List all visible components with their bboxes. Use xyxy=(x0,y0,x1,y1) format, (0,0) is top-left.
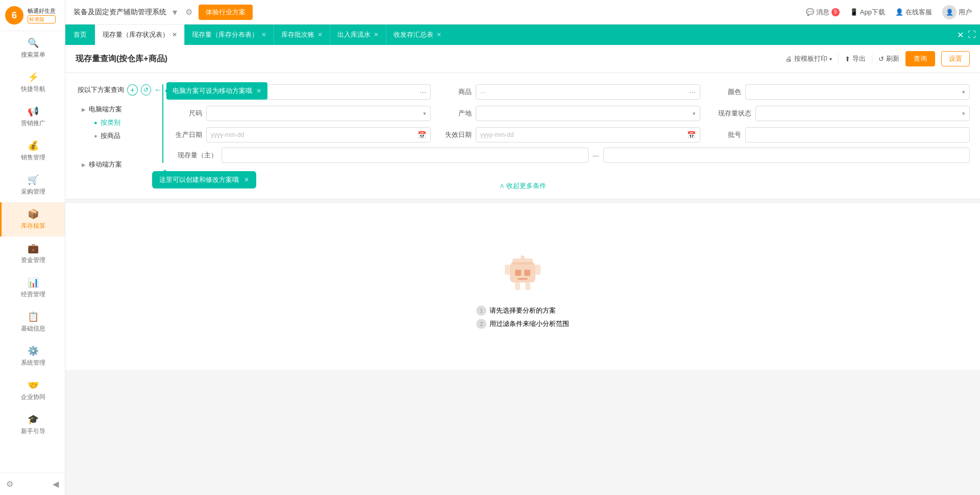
inventory-icon: 📦 xyxy=(28,208,39,220)
settings-gear-icon[interactable]: ⚙ xyxy=(185,7,192,17)
tab-fullscreen-icon[interactable]: ⛶ xyxy=(968,30,976,39)
step2-text: 用过滤条件来缩小分析范围 xyxy=(489,319,569,328)
tooltip-close-btn[interactable]: ✕ xyxy=(256,87,261,95)
tab-close-icon[interactable]: ✕ xyxy=(374,31,379,38)
add-scheme-btn[interactable]: + xyxy=(127,84,138,96)
export-icon: ⬆ xyxy=(845,55,850,63)
settings-btn[interactable]: ⚙ xyxy=(6,479,13,489)
sidebar-item-label: 搜索菜单 xyxy=(21,51,45,59)
app-download-btn[interactable]: 📱 App下载 xyxy=(850,8,885,17)
sidebar-footer: ⚙ ◀ xyxy=(0,473,65,495)
online-support-btn[interactable]: 👤 在线客服 xyxy=(895,8,932,17)
sidebar-item-sales[interactable]: 💰 销售管理 xyxy=(0,134,65,168)
user-menu[interactable]: 👤 用户 xyxy=(942,5,972,19)
sidebar-item-finance[interactable]: 💼 资金管理 xyxy=(0,237,65,271)
size-select[interactable]: ▾ xyxy=(206,106,431,121)
scheme-child-1[interactable]: ● 按类别 xyxy=(78,116,162,129)
tab-home[interactable]: 首页 xyxy=(65,25,95,45)
top-header: 装备及固定资产辅助管理系统 ▾ ⚙ 体验行业方案 💬 消息 9 📱 App下载 … xyxy=(65,0,980,25)
svg-rect-5 xyxy=(521,255,525,260)
tab-label: 现存量（库存状况表） xyxy=(103,30,169,39)
product-select[interactable]: ··· ⋯ xyxy=(476,84,700,100)
sidebar-item-enterprise[interactable]: 🤝 企业协同 xyxy=(0,373,65,408)
stock-status-select[interactable]: ▾ xyxy=(755,106,970,121)
scheme-mobile-node[interactable]: ▶ 移动端方案 xyxy=(78,158,162,171)
messages-btn[interactable]: 💬 消息 9 xyxy=(806,8,840,17)
filter-field-product: 商品 ··· ⋯ xyxy=(441,84,700,100)
tab-inventory-batch[interactable]: 库存批次账 ✕ xyxy=(274,25,330,45)
collapse-sidebar-btn[interactable]: ◀ xyxy=(53,479,59,489)
sidebar-item-inventory[interactable]: 📦 库存核算 xyxy=(0,202,65,237)
sidebar-item-basic[interactable]: 📋 基础信息 xyxy=(0,305,65,339)
template-print-btn[interactable]: 🖨 按模板打印 ▾ xyxy=(786,54,832,63)
sidebar-item-guide[interactable]: 🎓 新手引导 xyxy=(0,408,65,442)
expire-date-input[interactable]: yyyy-mm-dd 📅 xyxy=(476,127,700,143)
step1-text: 请先选择要分析的方案 xyxy=(489,306,556,315)
tab-label: 出入库流水 xyxy=(337,30,371,39)
sidebar-item-purchase[interactable]: 🛒 采购管理 xyxy=(0,168,65,202)
filter-field-stock-status: 现存量状态 ▾ xyxy=(710,106,970,121)
header-left: 装备及固定资产辅助管理系统 ▾ ⚙ 体验行业方案 xyxy=(74,5,253,20)
origin-select[interactable]: ▾ xyxy=(476,106,700,121)
qty-from-input[interactable] xyxy=(222,148,589,163)
scheme-child-label: 按商品 xyxy=(101,131,120,140)
tab-close-icon[interactable]: ✕ xyxy=(172,31,177,38)
tab-inout-flow[interactable]: 出入库流水 ✕ xyxy=(330,25,386,45)
sidebar-item-operation[interactable]: 📊 经营管理 xyxy=(0,271,65,305)
svg-rect-7 xyxy=(535,265,541,275)
industry-btn[interactable]: 体验行业方案 xyxy=(199,5,253,20)
reset-btn[interactable]: 设置 xyxy=(941,51,970,66)
tab-bar-end: ✕ ⛶ xyxy=(957,30,980,40)
step1-number: 1 xyxy=(476,305,486,316)
tab-inventory-status[interactable]: 现存量（库存状况表） ✕ xyxy=(95,25,184,45)
divider xyxy=(872,54,872,64)
batch-label: 批号 xyxy=(710,130,741,139)
system-title: 装备及固定资产辅助管理系统 xyxy=(74,8,166,17)
tab-close-icon[interactable]: ✕ xyxy=(436,31,442,38)
system-title-dropdown[interactable]: ▾ xyxy=(173,7,177,18)
empty-step1: 1 请先选择要分析的方案 xyxy=(476,305,556,316)
scheme-child-2[interactable]: ● 按商品 xyxy=(78,129,162,143)
qty-to-input[interactable] xyxy=(603,148,970,163)
tab-close-icon[interactable]: ✕ xyxy=(261,31,266,38)
color-select[interactable]: ▾ xyxy=(745,84,970,100)
refresh-icon: ↺ xyxy=(878,55,884,63)
sidebar-item-quick[interactable]: ⚡ 快捷导航 xyxy=(0,65,65,100)
scheme-child-label: 按类别 xyxy=(101,118,120,127)
sidebar-item-system[interactable]: ⚙️ 系统管理 xyxy=(0,339,65,373)
dropdown-arrow-icon: ▾ xyxy=(829,56,832,62)
refresh-btn[interactable]: ↺ 刷新 xyxy=(878,54,899,63)
sidebar-item-marketing[interactable]: 📢 营销推广 xyxy=(0,100,65,134)
tab-close-all-icon[interactable]: ✕ xyxy=(957,30,964,40)
tooltip-scheme-mobile: 电脑方案可设为移动方案哦 ✕ xyxy=(166,82,267,100)
expand-icon: ▶ xyxy=(82,107,86,112)
collapse-label: 收起更多条件 xyxy=(506,182,546,190)
sidebar-item-search[interactable]: 🔍 搜索菜单 xyxy=(0,31,65,65)
export-btn[interactable]: ⬆ 导出 xyxy=(845,54,866,63)
export-label: 导出 xyxy=(852,54,866,63)
empty-illustration xyxy=(497,244,548,295)
filter-label: 按以下方案查询 xyxy=(78,85,124,95)
tooltip-close2-btn[interactable]: ✕ xyxy=(244,176,249,183)
tab-inventory-dist[interactable]: 现存量（库存分布表） ✕ xyxy=(184,25,274,45)
page-actions: 🖨 按模板打印 ▾ ⬆ 导出 ↺ 刷新 查询 设置 xyxy=(786,51,970,66)
scheme-tree-mobile: ▶ 移动端方案 xyxy=(76,154,162,175)
prod-date-label: 生产日期 xyxy=(172,130,202,139)
divider xyxy=(838,54,839,64)
arrow-left-icon[interactable]: ← xyxy=(154,85,162,95)
search-btn[interactable]: 查询 xyxy=(905,51,935,66)
page-title: 现存量查询(按仓库+商品) xyxy=(76,54,167,64)
tab-close-icon[interactable]: ✕ xyxy=(317,31,323,38)
batch-input[interactable] xyxy=(745,127,970,143)
message-icon: 💬 xyxy=(806,8,814,16)
refresh-scheme-btn[interactable]: ↺ xyxy=(141,84,152,96)
filter-field-color: 颜色 ▾ xyxy=(710,84,970,100)
tab-collection-summary[interactable]: 收发存汇总表 ✕ xyxy=(386,25,449,45)
filter-section: 按以下方案查询 + ↺ ← 电脑方案可设为移动方案哦 ✕ xyxy=(65,73,980,199)
svg-rect-8 xyxy=(515,282,520,290)
purchase-icon: 🛒 xyxy=(28,174,39,185)
scheme-desktop-node[interactable]: ▶ 电脑端方案 xyxy=(78,103,162,116)
prod-date-input[interactable]: yyyy-mm-dd 📅 xyxy=(206,127,431,143)
stock-status-label: 现存量状态 xyxy=(710,109,751,118)
scheme-mobile-label: 移动端方案 xyxy=(89,160,122,169)
